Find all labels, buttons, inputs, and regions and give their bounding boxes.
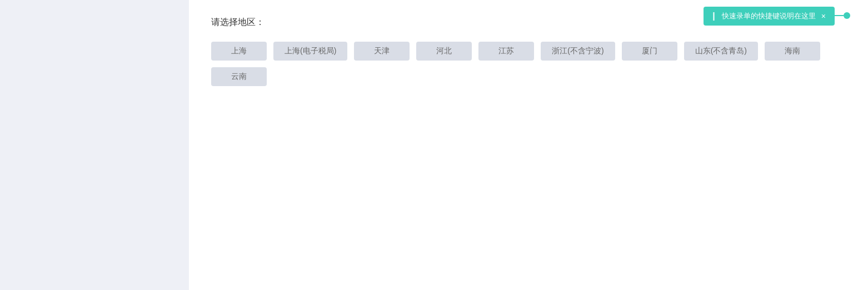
tooltip-connector-line: [832, 15, 844, 16]
region-button-shanghai-etax[interactable]: 上海(电子税局): [273, 42, 347, 61]
tooltip-connector-dot: [844, 12, 850, 19]
region-button-zhejiang[interactable]: 浙江(不含宁波): [541, 42, 615, 61]
region-button-hebei[interactable]: 河北: [416, 42, 472, 61]
main-content: 请选择地区： 上海上海(电子税局)天津河北江苏浙江(不含宁波)厦门山东(不含青岛…: [189, 0, 868, 290]
region-button-jiangsu[interactable]: 江苏: [478, 42, 534, 61]
region-buttons-container: 上海上海(电子税局)天津河北江苏浙江(不含宁波)厦门山东(不含青岛)海南云南: [211, 42, 846, 86]
region-button-xiamen[interactable]: 厦门: [622, 42, 677, 61]
region-button-yunnan[interactable]: 云南: [211, 67, 267, 86]
region-button-hainan[interactable]: 海南: [765, 42, 820, 61]
tooltip-text: 快速录单的快捷键说明在这里: [722, 11, 816, 21]
tooltip-banner: 快速录单的快捷键说明在这里 ×: [704, 7, 835, 26]
sidebar: [0, 0, 189, 290]
region-button-shanghai[interactable]: 上海: [211, 42, 267, 61]
region-button-tianjin[interactable]: 天津: [354, 42, 410, 61]
tooltip-close-button[interactable]: ×: [821, 12, 826, 21]
region-button-shandong[interactable]: 山东(不含青岛): [684, 42, 758, 61]
